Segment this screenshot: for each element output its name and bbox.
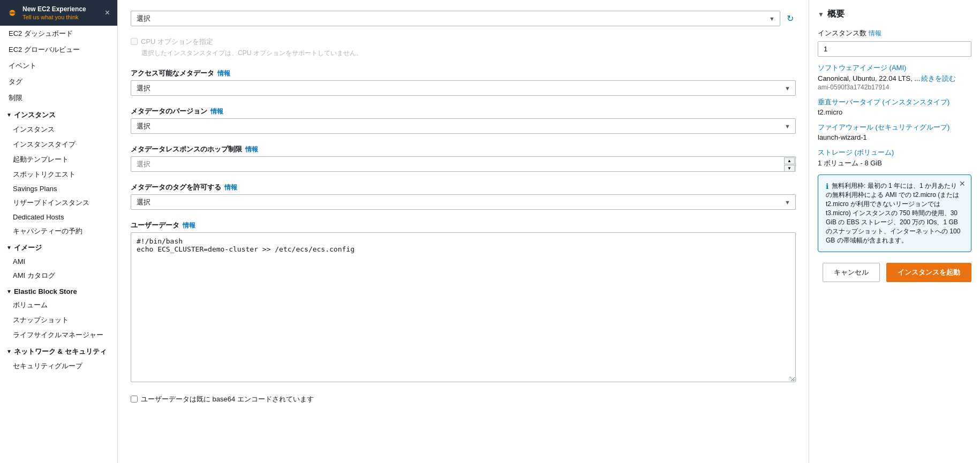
userdata-label: ユーザーデータ 情報 [131,221,796,230]
panel-collapse-arrow-icon[interactable]: ▼ [818,11,824,18]
sidebar-header-inner: AWS New EC2 Experience Tell us what you … [6,5,86,20]
sidebar-subitem[interactable]: Savings Plans [0,182,117,195]
license-select-wrapper: 選択 ▼ [131,11,780,26]
instance-count-field: インスタンス数 情報 [818,28,971,57]
metadata-select-wrapper: 選択 ▼ [131,80,796,96]
userdata-info-link[interactable]: 情報 [183,221,195,230]
metadata-version-select-wrapper: 選択 ▼ [131,118,796,134]
panel-title: ▼ 概要 [818,9,971,20]
sidebar-subitem[interactable]: リザーブドインスタンス [0,195,117,210]
instance-count-input-wrapper [818,41,971,57]
nav-container: EC2 ダッシュボードEC2 グローバルビューイベントタグ制限▼ インスタンスイ… [0,26,117,374]
license-refresh-button[interactable]: ↻ [785,11,796,26]
metadata-hop-spinner-up[interactable]: ▲ [784,157,795,164]
sidebar-item[interactable]: タグ [0,74,117,90]
metadata-section: アクセス可能なメタデータ 情報 選択 ▼ [131,69,796,96]
instance-type-label[interactable]: 垂直サーバータイプ (インスタンスタイプ) [818,97,971,107]
userdata-section: ユーザーデータ 情報 ⤡ [131,221,796,384]
metadata-tag-select[interactable]: 選択 [131,194,796,210]
cpu-option-label: CPU オプションを指定 [141,37,213,47]
nav-section-header[interactable]: ▼ インスタンス [0,106,117,122]
panel-actions: キャンセル インスタンスを起動 [818,263,971,282]
userdata-textarea-wrapper: ⤡ [131,232,796,384]
textarea-resize-handle-icon: ⤡ [788,374,795,383]
firewall-field: ファイアウォール (セキュリティグループ) launch-wizard-1 [818,123,971,141]
sidebar-title: New EC2 Experience [22,5,86,14]
metadata-hop-spinner-down[interactable]: ▼ [784,165,795,172]
instance-count-label: インスタンス数 情報 [818,28,971,38]
metadata-hop-label: メタデータレスポンスのホップ制限 情報 [131,145,796,154]
sidebar-item[interactable]: EC2 グローバルビュー [0,42,117,58]
sidebar-subitem[interactable]: インスタンス [0,122,117,137]
main-content: 選択 ▼ ↻ CPU オプションを指定 選択したインスタンスタイプは、CPU オ… [118,0,809,463]
firewall-value: launch-wizard-1 [818,133,971,141]
nav-section-header[interactable]: ▼ Elastic Block Store [0,283,117,298]
license-select[interactable]: 選択 [131,11,780,26]
sidebar-subitem[interactable]: キャパシティーの予約 [0,224,117,239]
metadata-version-section: メタデータのバージョン 情報 選択 ▼ [131,107,796,134]
free-tier-notice: ℹ ✕ 無料利用枠: 最初の 1 年には、1 か月あたりの無料利用枠による AM… [818,174,971,252]
metadata-select[interactable]: 選択 [131,80,796,96]
sidebar-subitem[interactable]: AMI [0,255,117,268]
sidebar-subitem[interactable]: インスタンスタイプ [0,137,117,152]
sidebar-subitem[interactable]: ボリューム [0,298,117,313]
metadata-label: アクセス可能なメタデータ 情報 [131,69,796,78]
metadata-tag-label: メタデータのタグを許可する 情報 [131,183,796,192]
metadata-tag-section: メタデータのタグを許可する 情報 選択 ▼ [131,183,796,210]
metadata-hop-input-wrapper: ▲ ▼ [131,156,796,172]
metadata-hop-input[interactable] [131,156,796,172]
sidebar-close-button[interactable]: × [104,7,111,19]
sidebar-subitem[interactable]: スポットリクエスト [0,167,117,182]
sidebar-subtitle: Tell us what you think [22,14,86,20]
sidebar-item[interactable]: イベント [0,58,117,74]
base64-checkbox[interactable] [131,396,138,403]
nav-section-header[interactable]: ▼ ネットワーク & セキュリティ [0,343,117,359]
cpu-option-section: CPU オプションを指定 選択したインスタンスタイプは、CPU オプションをサポ… [131,37,796,58]
metadata-hop-section: メタデータレスポンスのホップ制限 情報 ▲ ▼ [131,145,796,172]
metadata-tag-info-link[interactable]: 情報 [224,183,237,192]
cancel-button[interactable]: キャンセル [823,263,880,282]
sidebar-subitem[interactable]: Dedicated Hosts [0,210,117,224]
nav-section-header[interactable]: ▼ イメージ [0,239,117,255]
free-tier-close-button[interactable]: ✕ [959,179,966,188]
free-tier-info-icon: ℹ [826,182,828,191]
svg-text:AWS: AWS [9,12,16,14]
userdata-textarea[interactable] [131,232,796,382]
cpu-option-checkbox[interactable] [131,38,138,45]
storage-value: 1 ボリューム - 8 GiB [818,158,971,168]
sidebar: AWS New EC2 Experience Tell us what you … [0,0,118,463]
ami-label[interactable]: ソフトウェアイメージ (AMI) [818,63,971,73]
sidebar-title-block: New EC2 Experience Tell us what you thin… [22,5,86,20]
free-tier-text: 無料利用枠: 最初の 1 年には、1 か月あたりの無料利用枠による AMI での… [826,182,960,244]
sidebar-subitem[interactable]: セキュリティグループ [0,359,117,374]
ami-field: ソフトウェアイメージ (AMI) Canonical, Ubuntu, 22.0… [818,63,971,91]
firewall-label[interactable]: ファイアウォール (セキュリティグループ) [818,123,971,132]
instance-count-input[interactable] [818,41,971,57]
base64-row: ユーザーデータは既に base64 エンコードされています [131,394,796,404]
license-row: 選択 ▼ ↻ [131,11,796,26]
storage-field: ストレージ (ボリューム) 1 ボリューム - 8 GiB [818,148,971,168]
storage-label[interactable]: ストレージ (ボリューム) [818,148,971,157]
cpu-option-row: CPU オプションを指定 [131,37,796,47]
metadata-version-label: メタデータのバージョン 情報 [131,107,796,116]
instance-type-value: t2.micro [818,108,971,116]
base64-label: ユーザーデータは既に base64 エンコードされています [141,394,314,404]
sidebar-item[interactable]: EC2 ダッシュボード [0,26,117,42]
sidebar-subitem[interactable]: スナップショット [0,313,117,328]
ami-value: Canonical, Ubuntu, 22.04 LTS, ...続きを読む [818,74,971,84]
ami-read-more-link[interactable]: 続きを読む [921,74,956,82]
ami-id: ami-0590f3a1742b17914 [818,84,971,91]
metadata-info-link[interactable]: 情報 [217,69,230,78]
metadata-hop-info-link[interactable]: 情報 [245,145,258,154]
metadata-version-select[interactable]: 選択 [131,118,796,134]
sidebar-subitem[interactable]: AMI カタログ [0,268,117,283]
sidebar-subitem[interactable]: 起動テンプレート [0,152,117,167]
sidebar-header: AWS New EC2 Experience Tell us what you … [0,0,117,26]
sidebar-item[interactable]: 制限 [0,90,117,106]
instance-count-info-link[interactable]: 情報 [869,29,881,38]
instance-type-field: 垂直サーバータイプ (インスタンスタイプ) t2.micro [818,97,971,116]
sidebar-subitem[interactable]: ライフサイクルマネージャー [0,328,117,343]
panel-title-text: 概要 [827,9,845,20]
metadata-version-info-link[interactable]: 情報 [210,107,223,116]
launch-button[interactable]: インスタンスを起動 [886,263,971,282]
